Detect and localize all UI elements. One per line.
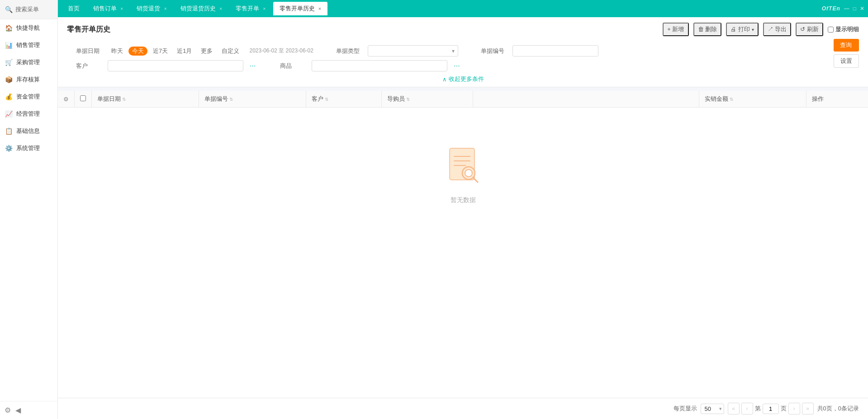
sidebar-item-label: 基础信息 <box>16 127 40 135</box>
collapse-filter-button[interactable]: ∧ 收起更多条件 <box>442 75 484 83</box>
th-amount-label: 实销金额 <box>705 95 728 103</box>
doc-type-select-wrapper <box>368 45 458 56</box>
sidebar-item-label: 采购管理 <box>16 58 40 66</box>
last-page-button[interactable]: » <box>802 403 814 414</box>
sort-guide-button[interactable]: 导购员 ⇅ <box>387 95 410 103</box>
money-icon: 💰 <box>5 93 13 101</box>
page-title: 零售开单历史 <box>67 25 110 34</box>
doc-no-input[interactable] <box>512 45 598 56</box>
collapse-filter-label: 收起更多条件 <box>449 75 484 83</box>
display-detail-toggle[interactable]: 显示明细 <box>828 25 859 33</box>
sort-no-icon: ⇅ <box>229 97 233 102</box>
goods-more-btn[interactable]: ··· <box>452 62 461 70</box>
tab-sales-order-close[interactable]: × <box>120 6 123 11</box>
next-page-button[interactable]: › <box>788 403 800 414</box>
th-settings: ⚙ <box>58 91 75 108</box>
goods-label: 商品 <box>280 62 307 70</box>
sort-no-button[interactable]: 单据编号 ⇅ <box>204 95 233 103</box>
date-today[interactable]: 今天 <box>128 47 147 56</box>
prev-page-button[interactable]: ‹ <box>741 403 753 414</box>
collapse-sidebar-button[interactable]: ◀ <box>15 406 21 414</box>
th-action-label: 操作 <box>812 95 824 102</box>
date-custom[interactable]: 自定义 <box>218 46 243 56</box>
tab-sales-return-close[interactable]: × <box>164 6 166 11</box>
search-label: 搜索采单 <box>15 5 39 14</box>
sidebar-item-label: 库存核算 <box>16 75 40 84</box>
home-icon: 🏠 <box>5 24 13 32</box>
query-button[interactable]: 查询 <box>834 39 859 52</box>
search-button[interactable]: 🔍 搜索采单 <box>0 0 57 19</box>
page-number-input[interactable] <box>763 404 779 414</box>
top-nav: 首页 销售订单 × 销货退货 × 销货退货历史 × 零售开单 × 零售开单历史 … <box>58 0 868 17</box>
box-icon: 📦 <box>5 75 13 84</box>
th-spacer <box>473 91 699 108</box>
chart-icon: 📊 <box>5 41 13 49</box>
customer-more-btn[interactable]: ··· <box>248 62 257 70</box>
tab-retail-history-close[interactable]: × <box>318 6 321 11</box>
date-yesterday[interactable]: 昨天 <box>108 46 127 56</box>
table-body: 暂无数据 <box>58 108 868 241</box>
window-min-button[interactable]: — <box>844 5 849 12</box>
date-month[interactable]: 近1月 <box>173 46 195 56</box>
tab-retail-open-close[interactable]: × <box>263 6 266 11</box>
column-settings-button[interactable]: ⚙ <box>63 96 69 103</box>
sort-amount-icon: ⇅ <box>730 97 733 102</box>
filter-settings-button[interactable]: 设置 <box>834 54 859 68</box>
filter-row-2: 客户 ··· 商品 ··· <box>76 60 850 71</box>
date-options: 昨天 今天 近7天 近1月 更多 自定义 <box>108 46 243 56</box>
sidebar-item-sales-mgmt[interactable]: 📊 销售管理 <box>0 37 57 54</box>
th-no: 单据编号 ⇅ <box>199 91 306 108</box>
sidebar-item-finance[interactable]: 💰 资金管理 <box>0 88 57 105</box>
empty-state: 暂无数据 <box>58 108 868 240</box>
add-button[interactable]: + 新增 <box>663 23 688 36</box>
settings-footer-button[interactable]: ⚙ <box>5 406 11 414</box>
window-max-button[interactable]: □ <box>853 5 856 12</box>
page-title-row: 零售开单历史 + 新增 🗑 删除 🖨 打印 ▾ ↗ 导出 ↺ 刷新 显示明细 <box>67 23 859 36</box>
cart-icon: 🛒 <box>5 58 13 66</box>
tab-sales-order[interactable]: 销售订单 × <box>87 2 129 15</box>
display-detail-label: 显示明细 <box>835 25 859 33</box>
sidebar-item-basic-info[interactable]: 📋 基础信息 <box>0 122 57 140</box>
sort-date-button[interactable]: 单据日期 ⇅ <box>97 95 126 103</box>
top-nav-right: OfTEn — □ ✕ <box>822 5 864 12</box>
tab-sales-return-history-close[interactable]: × <box>219 6 222 11</box>
tab-retail-open[interactable]: 零售开单 × <box>229 2 272 15</box>
th-guide: 导购员 ⇅ <box>382 91 473 108</box>
refresh-button[interactable]: ↺ 刷新 <box>796 23 823 36</box>
tab-retail-history[interactable]: 零售开单历史 × <box>273 2 327 15</box>
goods-input[interactable] <box>312 60 447 71</box>
select-all-checkbox[interactable] <box>80 95 86 101</box>
content-area: 零售开单历史 + 新增 🗑 删除 🖨 打印 ▾ ↗ 导出 ↺ 刷新 显示明细 <box>58 17 868 419</box>
table-header-row: ⚙ 单据日期 ⇅ 单据编号 <box>58 91 868 108</box>
th-guide-label: 导购员 <box>387 95 405 103</box>
date-range-display: 2023-06-02 至 2023-06-02 <box>249 47 313 55</box>
doc-type-select[interactable] <box>368 45 458 56</box>
date-more[interactable]: 更多 <box>197 46 216 56</box>
sort-customer-button[interactable]: 客户 ⇅ <box>312 95 328 103</box>
first-page-button[interactable]: « <box>728 403 740 414</box>
svg-point-5 <box>465 169 472 177</box>
display-detail-checkbox[interactable] <box>828 27 834 33</box>
tab-sales-return[interactable]: 销货退货 × <box>130 2 173 15</box>
per-page-label: 每页显示 <box>674 405 697 413</box>
customer-input[interactable] <box>108 60 243 71</box>
page-header: 零售开单历史 + 新增 🗑 删除 🖨 打印 ▾ ↗ 导出 ↺ 刷新 显示明细 <box>58 17 868 87</box>
empty-illustration <box>441 144 486 189</box>
print-button[interactable]: 🖨 打印 ▾ <box>726 23 759 36</box>
date-week[interactable]: 近7天 <box>149 46 171 56</box>
tab-home[interactable]: 首页 <box>62 2 86 15</box>
window-close-button[interactable]: ✕ <box>860 5 864 12</box>
sidebar-item-purchase-mgmt[interactable]: 🛒 采购管理 <box>0 54 57 71</box>
tab-sales-return-history[interactable]: 销货退货历史 × <box>174 2 228 15</box>
empty-text: 暂无数据 <box>451 196 476 204</box>
sidebar-item-business[interactable]: 📈 经营管理 <box>0 105 57 122</box>
sort-amount-button[interactable]: 实销金额 ⇅ <box>705 95 733 103</box>
delete-button[interactable]: 🗑 删除 <box>693 23 722 36</box>
sidebar-item-quick-nav[interactable]: 🏠 快捷导航 <box>0 19 57 37</box>
tab-retail-history-label: 零售开单历史 <box>280 5 315 13</box>
per-page-select[interactable]: 20 50 100 200 <box>701 404 724 414</box>
sidebar-item-system[interactable]: ⚙️ 系统管理 <box>0 140 57 157</box>
page-total-label: 共0页，0条记录 <box>817 405 859 413</box>
sidebar-item-inventory[interactable]: 📦 库存核算 <box>0 71 57 88</box>
export-button[interactable]: ↗ 导出 <box>763 23 792 36</box>
